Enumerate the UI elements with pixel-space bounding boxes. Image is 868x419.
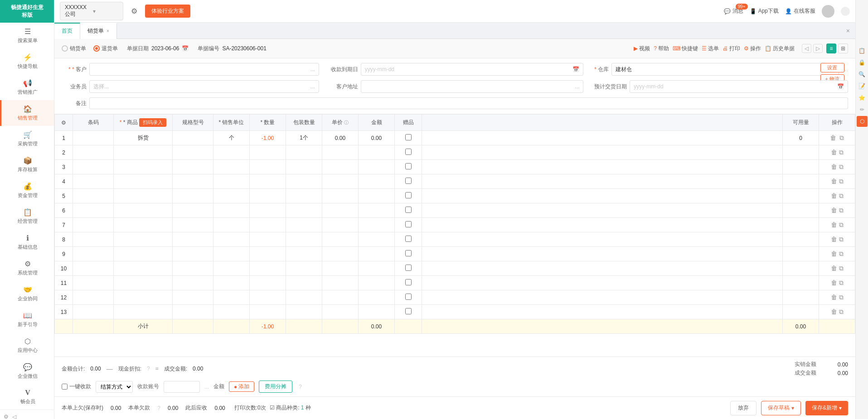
- right-panel-btn-3[interactable]: 🔍: [857, 69, 868, 80]
- account-input[interactable]: [164, 381, 200, 393]
- row-barcode[interactable]: [73, 247, 114, 261]
- row-pkgqty[interactable]: [286, 276, 322, 290]
- sidebar-item-wechat[interactable]: 💬 企业微信: [0, 358, 54, 384]
- row-gift[interactable]: [395, 145, 422, 160]
- row-qty[interactable]: [250, 276, 286, 290]
- delete-icon[interactable]: 🗑: [831, 236, 837, 243]
- price-info-icon[interactable]: ⓘ: [344, 120, 349, 125]
- row-barcode[interactable]: [73, 305, 114, 319]
- row-spec[interactable]: [173, 160, 213, 174]
- row-pkgqty[interactable]: [286, 232, 322, 247]
- scan-btn[interactable]: 扫码录入: [139, 118, 166, 127]
- row-price[interactable]: [322, 189, 359, 203]
- row-unit[interactable]: [213, 261, 250, 276]
- row-unit[interactable]: [213, 145, 250, 160]
- sidebar-item-member[interactable]: V 畅会员: [0, 384, 54, 409]
- row-price[interactable]: [322, 247, 359, 261]
- sidebar-item-search[interactable]: ☰ 搜索菜单: [0, 23, 54, 48]
- copy-icon[interactable]: ⧉: [839, 294, 844, 301]
- row-gift[interactable]: [395, 189, 422, 203]
- tabs-close-btn[interactable]: ×: [846, 27, 855, 34]
- product-types-link[interactable]: 1: [301, 405, 304, 411]
- row-product[interactable]: [114, 174, 173, 189]
- row-barcode[interactable]: [73, 261, 114, 276]
- copy-icon[interactable]: ⧉: [839, 250, 844, 257]
- copy-icon[interactable]: ⧉: [839, 265, 844, 272]
- row-unit[interactable]: [213, 203, 250, 218]
- radio-return-order[interactable]: 退货单: [93, 45, 118, 53]
- copy-icon[interactable]: ⧉: [839, 192, 844, 199]
- add-payment-btn[interactable]: ● 添加: [229, 381, 254, 392]
- copy-icon[interactable]: ⧉: [839, 236, 844, 243]
- row-product[interactable]: [114, 160, 173, 174]
- right-panel-btn-7[interactable]: ⬡: [857, 116, 868, 127]
- copy-icon[interactable]: ⧉: [839, 149, 844, 156]
- row-product[interactable]: [114, 261, 173, 276]
- row-product[interactable]: [114, 276, 173, 290]
- customer-address-input[interactable]: ...: [361, 80, 584, 93]
- delete-icon[interactable]: 🗑: [831, 163, 837, 170]
- row-pkgqty-1[interactable]: 1个: [286, 131, 322, 145]
- gift-checkbox[interactable]: [405, 294, 412, 300]
- row-qty[interactable]: [250, 290, 286, 305]
- gift-checkbox[interactable]: [405, 149, 412, 155]
- delete-icon[interactable]: 🗑: [831, 294, 837, 301]
- copy-icon[interactable]: ⧉: [839, 221, 844, 228]
- row-unit[interactable]: [213, 247, 250, 261]
- row-spec[interactable]: [173, 305, 213, 319]
- row-spec[interactable]: [173, 218, 213, 232]
- row-gift[interactable]: [395, 261, 422, 276]
- sidebar-item-finance[interactable]: 💰 资金管理: [0, 178, 54, 203]
- row-gift-1[interactable]: [395, 131, 422, 145]
- online-service-btn[interactable]: 👤 在线客服: [785, 7, 815, 15]
- row-product[interactable]: [114, 145, 173, 160]
- delete-icon[interactable]: 🗑: [831, 192, 837, 199]
- gift-checkbox-1[interactable]: [405, 134, 412, 140]
- prev-record-btn[interactable]: ◁: [802, 44, 811, 53]
- row-unit[interactable]: [213, 305, 250, 319]
- note-input[interactable]: [89, 97, 848, 109]
- delete-icon[interactable]: 🗑: [831, 221, 837, 228]
- tab-sales-order[interactable]: 销货单 ×: [80, 23, 117, 39]
- right-panel-btn-5[interactable]: ⭐: [857, 92, 868, 103]
- sidebar-item-inventory[interactable]: 📦 库存核算: [0, 152, 54, 178]
- row-pkgqty[interactable]: [286, 174, 322, 189]
- salesperson-input[interactable]: 选择... ...: [89, 80, 319, 93]
- gift-checkbox[interactable]: [405, 178, 412, 184]
- row-product[interactable]: [114, 305, 173, 319]
- sidebar-item-collab[interactable]: 🤝 企业协同: [0, 281, 54, 307]
- tab-home[interactable]: 首页: [54, 23, 80, 39]
- row-product[interactable]: [114, 189, 173, 203]
- sidebar-settings-icon[interactable]: ⚙: [4, 414, 9, 419]
- delete-row-icon-1[interactable]: 🗑: [830, 134, 836, 141]
- calendar-icon[interactable]: 📅: [182, 45, 189, 52]
- delete-icon[interactable]: 🗑: [831, 178, 837, 185]
- row-qty[interactable]: [250, 218, 286, 232]
- row-qty[interactable]: [250, 189, 286, 203]
- row-product[interactable]: [114, 232, 173, 247]
- warehouse-input[interactable]: 建材仓: [611, 63, 839, 76]
- row-gift[interactable]: [395, 203, 422, 218]
- right-panel-btn-2[interactable]: 🔒: [857, 57, 868, 68]
- select-order-btn[interactable]: ☰ 选单: [702, 45, 719, 53]
- video-btn[interactable]: ▶ 视频: [634, 45, 650, 53]
- abandon-btn[interactable]: 放弃: [730, 401, 756, 415]
- row-pkgqty[interactable]: [286, 145, 322, 160]
- row-pkgqty[interactable]: [286, 189, 322, 203]
- row-qty[interactable]: [250, 160, 286, 174]
- row-amount[interactable]: [359, 218, 395, 232]
- row-price[interactable]: [322, 276, 359, 290]
- save-new-btn[interactable]: 保存&新增 ▾: [805, 401, 848, 415]
- copy-icon[interactable]: ⧉: [839, 279, 844, 286]
- company-selector[interactable]: XXXXXX公司 ▾: [60, 2, 123, 20]
- row-price[interactable]: [322, 218, 359, 232]
- gift-checkbox[interactable]: [405, 221, 412, 227]
- copy-icon[interactable]: ⧉: [839, 308, 844, 315]
- sidebar-item-management[interactable]: 📋 经营管理: [0, 203, 54, 229]
- discount-help-icon[interactable]: ?: [147, 366, 150, 372]
- row-gift[interactable]: [395, 290, 422, 305]
- row-spec-1[interactable]: [173, 131, 213, 145]
- row-qty[interactable]: [250, 145, 286, 160]
- row-gift[interactable]: [395, 232, 422, 247]
- row-pkgqty[interactable]: [286, 305, 322, 319]
